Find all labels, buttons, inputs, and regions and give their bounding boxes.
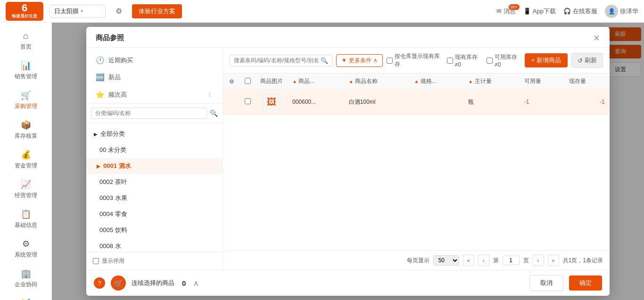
category-item-00[interactable]: 00 未分类 bbox=[86, 142, 223, 158]
tab-recent-purchase[interactable]: 🕐 近期购买 bbox=[91, 52, 218, 68]
sidebar-item-finance[interactable]: 💰 资金管理 bbox=[0, 145, 51, 175]
sidebar-item-guide[interactable]: 🔰 新手引导 bbox=[0, 293, 51, 300]
sidebar-item-operations[interactable]: 📈 经营管理 bbox=[0, 175, 51, 204]
show-disabled-row[interactable]: 显示停用 bbox=[86, 252, 223, 270]
tab-new-products[interactable]: 🆕 新品 bbox=[91, 69, 218, 85]
col-name-label: 商品名称 bbox=[355, 78, 378, 84]
row-image-cell: 🖼 bbox=[256, 90, 288, 115]
total-records-label: 共1页，1条记录 bbox=[563, 257, 603, 265]
row-code-cell: 000600... bbox=[288, 90, 344, 115]
tab-frequent-label: 频次高 bbox=[108, 91, 127, 99]
modal-overlay: 商品参照 ✕ 🕐 近期购买 🆕 bbox=[52, 23, 644, 300]
add-product-button[interactable]: + 新增商品 bbox=[525, 53, 568, 67]
messages-nav-item[interactable]: ✉ 消息 99+ bbox=[496, 7, 516, 16]
brand-tagline: 畅捷通好生意 bbox=[12, 13, 37, 19]
help-button[interactable]: ? bbox=[94, 277, 105, 289]
gear-icon: ⚙ bbox=[22, 239, 30, 249]
building-icon: 🏢 bbox=[21, 268, 31, 279]
box-icon: 📦 bbox=[21, 120, 31, 130]
username-label: 徐泽华 bbox=[620, 7, 638, 16]
sidebar-item-purchase[interactable]: 🛒 采购管理 bbox=[0, 85, 51, 115]
guide-icon: 🔰 bbox=[21, 298, 31, 300]
online-service-nav-item[interactable]: 🎧 在线客服 bbox=[563, 7, 597, 16]
row-checkbox[interactable] bbox=[245, 98, 251, 104]
first-page-button[interactable]: « bbox=[463, 255, 474, 266]
sidebar-item-enterprise[interactable]: 🏢 企业协同 bbox=[0, 264, 51, 293]
more-filter-button[interactable]: ▼ 更多条件 ∧ bbox=[336, 54, 383, 67]
checkbox-existing-stock[interactable] bbox=[447, 58, 453, 64]
settings-nav-button[interactable]: ⚙ bbox=[111, 4, 126, 19]
category-item-all[interactable]: ▶ 全部分类 bbox=[86, 126, 223, 142]
category-item-0002[interactable]: 0002 茶叶 bbox=[86, 174, 223, 190]
cat-label-0003: 0003 水果 bbox=[99, 194, 127, 202]
sidebar-item-home[interactable]: ⌂ 首页 bbox=[0, 26, 51, 56]
user-profile-nav-item[interactable]: 👤 徐泽华 bbox=[605, 5, 638, 18]
phone-icon: 📱 bbox=[523, 8, 531, 15]
category-item-0008[interactable]: 0008 水 bbox=[86, 238, 223, 252]
cart-footer-icon: 🛒 bbox=[114, 279, 123, 288]
category-item-0003[interactable]: 0003 水果 bbox=[86, 190, 223, 206]
table-settings-icon[interactable]: ⚙ bbox=[229, 78, 234, 85]
category-item-0005[interactable]: 0005 饮料 bbox=[86, 222, 223, 238]
left-panel: 🕐 近期购买 🆕 新品 ⭐ 频次高 《 bbox=[86, 48, 223, 270]
col-unit-label: 主计量 bbox=[475, 78, 492, 84]
sidebar-item-basic[interactable]: 📋 基础信息 bbox=[0, 204, 51, 234]
tab-frequent[interactable]: ⭐ 频次高 《 bbox=[91, 86, 218, 103]
show-disabled-checkbox[interactable] bbox=[93, 258, 99, 264]
sidebar-item-sales[interactable]: 📊 销售管理 bbox=[0, 56, 51, 85]
product-search-bar: 🔍 bbox=[230, 55, 332, 67]
category-item-0004[interactable]: 0004 零食 bbox=[86, 206, 223, 222]
product-search-icon[interactable]: 🔍 bbox=[321, 57, 328, 64]
table-row[interactable]: 🖼 000600... 白酒100ml bbox=[223, 90, 610, 115]
product-unit: 瓶 bbox=[468, 99, 474, 105]
modal-close-button[interactable]: ✕ bbox=[593, 34, 600, 42]
page-number-input[interactable] bbox=[503, 256, 520, 265]
confirm-button[interactable]: 确定 bbox=[569, 275, 602, 291]
prev-page-button[interactable]: ‹ bbox=[478, 255, 489, 266]
refresh-label: 刷新 bbox=[585, 56, 597, 65]
toolbar-row: 🔍 ▼ 更多条件 ∧ 按仓库显示现有库存 bbox=[223, 48, 610, 74]
continuous-select-label: 连续选择的商品 bbox=[132, 279, 174, 287]
refresh-button[interactable]: ↺ 刷新 bbox=[571, 53, 603, 68]
col-code-label: 商品... bbox=[298, 78, 314, 84]
per-page-select[interactable]: 50 10 20 100 bbox=[433, 255, 459, 266]
collapse-button[interactable]: 《 bbox=[204, 90, 213, 100]
collapse-footer-button[interactable]: ∧ bbox=[193, 279, 199, 288]
next-page-button[interactable]: › bbox=[533, 255, 544, 266]
sidebar-label-operations: 经营管理 bbox=[15, 192, 37, 200]
select-all-checkbox[interactable] bbox=[245, 78, 251, 84]
cart-button[interactable]: 🛒 bbox=[111, 275, 126, 291]
filter-icon: ▼ bbox=[341, 57, 347, 64]
last-page-button[interactable]: » bbox=[548, 255, 559, 266]
show-disabled-label: 显示停用 bbox=[102, 257, 124, 265]
sidebar-item-inventory[interactable]: 📦 库存核算 bbox=[0, 115, 51, 145]
category-search-input[interactable] bbox=[91, 108, 207, 119]
product-search-input[interactable] bbox=[234, 57, 319, 64]
store-selector[interactable]: 日太阳膜 ▾ bbox=[49, 5, 106, 18]
sidebar-label-inventory: 库存核算 bbox=[15, 132, 37, 140]
checkbox-by-warehouse[interactable] bbox=[387, 58, 393, 64]
sidebar-label-purchase: 采购管理 bbox=[15, 102, 37, 110]
app-download-nav-item[interactable]: 📱 App下载 bbox=[523, 7, 556, 16]
trial-industry-button[interactable]: 体验行业方案 bbox=[132, 4, 182, 18]
tab-new-label: 新品 bbox=[108, 73, 121, 82]
category-item-0001[interactable]: ▶ 0001 酒水 bbox=[86, 158, 223, 174]
sort-arrow-name: ▲ bbox=[349, 79, 354, 84]
filter-checkboxes: 按仓库显示现有库存 现有库存≠0 可用库存≠0 bbox=[387, 52, 521, 68]
sidebar-label-sales: 销售管理 bbox=[15, 73, 37, 81]
cancel-button[interactable]: 取消 bbox=[529, 275, 563, 291]
page-label: 第 bbox=[493, 257, 499, 265]
product-code: 000600... bbox=[292, 99, 316, 105]
checkbox-existing-stock-label[interactable]: 现有库存≠0 bbox=[447, 53, 481, 68]
col-header-name: ▲ 商品名称 bbox=[344, 74, 410, 90]
clipboard-icon: 📋 bbox=[21, 209, 31, 219]
sidebar-item-system[interactable]: ⚙ 系统管理 bbox=[0, 234, 51, 264]
nav-right-section: ✉ 消息 99+ 📱 App下载 🎧 在线客服 👤 徐泽华 bbox=[496, 5, 638, 18]
cat-label-0002: 0002 茶叶 bbox=[99, 178, 127, 186]
checkbox-available-stock[interactable] bbox=[487, 58, 493, 64]
col-image-label: 商品图片 bbox=[260, 78, 283, 84]
checkbox-available-stock-label[interactable]: 可用库存≠0 bbox=[487, 53, 521, 68]
category-search-icon[interactable]: 🔍 bbox=[210, 109, 218, 117]
row-stock-cell: -1 bbox=[564, 90, 610, 115]
checkbox-by-warehouse-label[interactable]: 按仓库显示现有库存 bbox=[387, 52, 441, 68]
